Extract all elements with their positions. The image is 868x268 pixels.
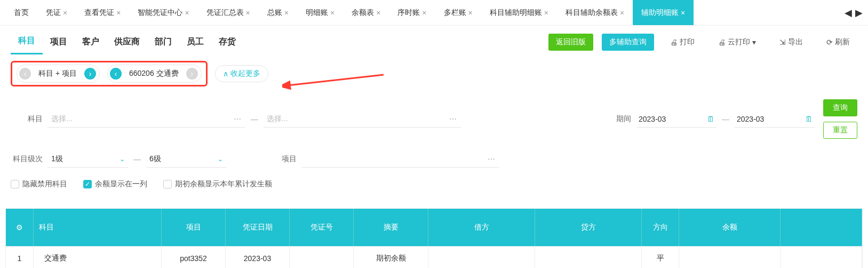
chk-hide-disabled[interactable]: 隐藏禁用科目 xyxy=(11,179,67,189)
tab-label: 明细账 xyxy=(306,8,328,18)
subtab-subject[interactable]: 科目 xyxy=(11,30,43,54)
close-icon[interactable]: × xyxy=(620,9,624,17)
tab-voucher-summary[interactable]: 凭证汇总表× xyxy=(198,0,259,25)
next-icon[interactable]: › xyxy=(84,68,96,80)
next-icon[interactable]: › xyxy=(186,68,198,80)
tab-view-voucher[interactable]: 查看凭证× xyxy=(76,0,129,25)
export-label: 导出 xyxy=(788,37,803,47)
checkbox-icon: ✓ xyxy=(83,180,92,188)
subtab-supplier[interactable]: 供应商 xyxy=(107,31,147,54)
td-dir: 平 xyxy=(642,247,679,268)
close-icon[interactable]: × xyxy=(681,9,685,17)
close-icon[interactable]: × xyxy=(284,9,289,17)
th-voucher: 凭证号 xyxy=(290,209,354,246)
close-icon[interactable]: × xyxy=(330,9,335,17)
prev-icon[interactable]: ‹ xyxy=(19,68,31,80)
tab-prev-icon[interactable]: ◀ xyxy=(845,7,852,19)
old-version-button[interactable]: 返回旧版 xyxy=(548,34,593,51)
close-icon[interactable]: × xyxy=(422,9,426,17)
chevron-down-icon: ⌄ xyxy=(218,155,223,163)
close-icon[interactable]: × xyxy=(376,9,380,17)
table-row[interactable]: 1 交通费 pot3352 2023-03 期初余额 平 xyxy=(6,246,862,268)
placeholder: 选择... xyxy=(51,114,73,124)
result-table: ⚙ 科目 项目 凭证日期 凭证号 摘要 借方 贷方 方向 余额 1 交通费 po… xyxy=(5,208,863,268)
tab-label: 科目辅助明细账 xyxy=(490,8,542,18)
subtab-department[interactable]: 部门 xyxy=(147,31,179,54)
print-label: 打印 xyxy=(680,37,695,47)
chk-balance-one-col[interactable]: ✓ 余额显示在一列 xyxy=(83,179,147,189)
tab-voucher[interactable]: 凭证× xyxy=(37,0,76,25)
range-separator: — xyxy=(251,115,258,123)
print-button[interactable]: 🖨 打印 xyxy=(663,34,702,51)
close-icon[interactable]: × xyxy=(63,9,67,17)
level-to-select[interactable]: 6级 ⌄ xyxy=(146,151,226,168)
tab-subject-aux-balance[interactable]: 科目辅助余额表× xyxy=(557,0,633,25)
reset-button[interactable]: 重置 xyxy=(823,122,857,139)
tab-journal[interactable]: 序时账× xyxy=(389,0,435,25)
period-to-input[interactable]: 2023-03 🗓 xyxy=(735,111,815,128)
close-icon[interactable]: × xyxy=(246,9,250,17)
subject-label: 科目 xyxy=(11,114,43,124)
pill-subject-project[interactable]: ‹ 科目 + 项目 › xyxy=(17,65,100,83)
export-button[interactable]: ⇲ 导出 xyxy=(772,34,810,51)
subtab-employee[interactable]: 员工 xyxy=(179,31,211,54)
chk-begin-balance[interactable]: 期初余额显示本年累计发生额 xyxy=(163,179,272,189)
tab-label: 查看凭证 xyxy=(84,8,114,18)
multi-query-button[interactable]: 多辅助查询 xyxy=(602,34,654,51)
tab-general-ledger[interactable]: 总账× xyxy=(259,0,297,25)
subject-to-select[interactable]: 选择... ⋯ xyxy=(264,111,461,128)
chk-label: 余额显示在一列 xyxy=(95,179,147,189)
tab-smart-voucher[interactable]: 智能凭证中心× xyxy=(129,0,197,25)
refresh-button[interactable]: ⟳ 刷新 xyxy=(819,34,857,51)
td-voucher xyxy=(290,247,354,268)
th-dir: 方向 xyxy=(642,209,679,246)
cloud-print-button[interactable]: 🖨 云打印 ▾ xyxy=(711,34,763,51)
subtab-inventory[interactable]: 存货 xyxy=(211,31,243,54)
tab-label: 序时账 xyxy=(397,8,420,18)
period-from-input[interactable]: 2023-03 🗓 xyxy=(636,111,716,128)
tab-subject-aux-detail[interactable]: 科目辅助明细账× xyxy=(481,0,557,25)
tab-aux-detail[interactable]: 辅助明细账× xyxy=(633,0,694,25)
more-icon: ⋯ xyxy=(449,115,458,123)
toolbar: 返回旧版 多辅助查询 🖨 打印 🖨 云打印 ▾ ⇲ 导出 ⟳ 刷新 xyxy=(548,34,857,51)
range-separator: — xyxy=(133,155,141,163)
collapse-label: 收起更多 xyxy=(230,69,260,78)
th-extra xyxy=(781,209,862,246)
close-icon[interactable]: × xyxy=(468,9,473,17)
project-label: 项目 xyxy=(265,154,297,164)
tab-balance[interactable]: 余额表× xyxy=(343,0,389,25)
query-button[interactable]: 查询 xyxy=(823,99,857,116)
level-from-select[interactable]: 1级 ⌄ xyxy=(48,151,128,168)
checkbox-icon xyxy=(11,180,19,188)
tab-home[interactable]: 首页 xyxy=(5,0,37,25)
td-summary: 期初余额 xyxy=(354,247,428,268)
pill-account[interactable]: ‹ 660206 交通费 › xyxy=(107,65,202,83)
tab-detail-ledger[interactable]: 明细账× xyxy=(297,0,343,25)
subtab-customer[interactable]: 客户 xyxy=(75,31,107,54)
th-credit: 贷方 xyxy=(535,209,642,246)
tab-label: 总账 xyxy=(267,8,282,18)
close-icon[interactable]: × xyxy=(185,9,189,17)
td-subject: 交通费 xyxy=(34,247,162,268)
period-label: 期间 xyxy=(599,114,631,124)
project-select[interactable]: ⋯ xyxy=(302,151,499,168)
tab-multi-column[interactable]: 多栏账× xyxy=(435,0,481,25)
td-debit xyxy=(428,247,535,268)
subject-from-select[interactable]: 选择... ⋯ xyxy=(48,111,245,128)
period-from-value: 2023-03 xyxy=(639,115,666,123)
filter-row: ‹ 科目 + 项目 › ‹ 660206 交通费 › ∧ 收起更多 xyxy=(0,53,868,94)
cloud-print-icon: 🖨 xyxy=(718,38,726,46)
chk-label: 隐藏禁用科目 xyxy=(22,179,67,189)
print-icon: 🖨 xyxy=(670,38,678,46)
tab-label: 凭证 xyxy=(46,8,61,18)
close-icon[interactable]: × xyxy=(116,9,121,17)
calendar-icon: 🗓 xyxy=(707,115,714,123)
subtab-project[interactable]: 项目 xyxy=(43,31,75,54)
prev-icon[interactable]: ‹ xyxy=(110,68,122,80)
tab-label: 余额表 xyxy=(352,8,374,18)
th-gear[interactable]: ⚙ xyxy=(6,209,34,246)
tab-next-icon[interactable]: ▶ xyxy=(855,7,863,19)
collapse-more-button[interactable]: ∧ 收起更多 xyxy=(215,65,268,82)
subtab-bar: 科目 项目 客户 供应商 部门 员工 存货 返回旧版 多辅助查询 🖨 打印 🖨 … xyxy=(0,26,868,53)
close-icon[interactable]: × xyxy=(544,9,548,17)
